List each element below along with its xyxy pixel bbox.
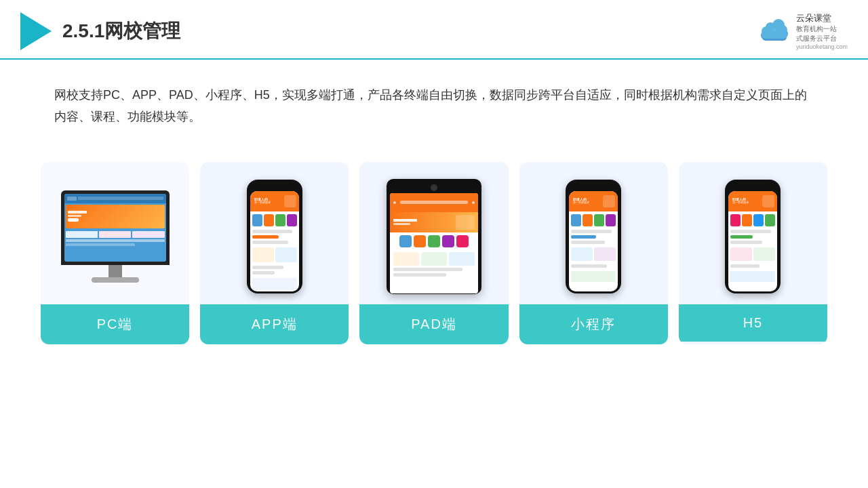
card-image-app: 职道人的 第一堂刷题课 <box>200 162 349 304</box>
card-image-pad <box>359 162 508 304</box>
logo-brand-name: 云朵课堂 <box>796 12 848 24</box>
description-paragraph: 网校支持PC、APP、PAD、小程序、H5，实现多端打通，产品各终端自由切换，数… <box>54 84 814 128</box>
h5-phone-icon: 职道人的 第一堂刷题课 <box>725 180 781 293</box>
card-label-pc: PC端 <box>41 304 189 344</box>
logo-tagline: 教育机构一站 式服务云平台 <box>796 24 848 43</box>
app-phone-icon: 职道人的 第一堂刷题课 <box>247 180 302 293</box>
card-pc: PC端 <box>41 162 189 344</box>
card-miniprogram: 职道人的 第一堂刷题课 <box>519 162 668 344</box>
logo-text-block: 云朵课堂 教育机构一站 式服务云平台 yunduoketang.com <box>796 12 848 50</box>
card-image-miniprogram: 职道人的 第一堂刷题课 <box>519 162 668 304</box>
card-label-pad: PAD端 <box>359 304 508 344</box>
miniprogram-phone-icon: 职道人的 第一堂刷题课 <box>566 180 621 293</box>
card-label-h5: H5 <box>679 304 827 342</box>
cards-section: PC端 职道人的 第一堂刷题课 <box>0 148 868 365</box>
pc-monitor-icon <box>61 190 170 283</box>
logo-url: yunduoketang.com <box>796 43 848 50</box>
brand-triangle-icon <box>20 12 52 50</box>
card-pad: PAD端 <box>359 162 508 344</box>
svg-rect-12 <box>762 30 787 39</box>
page-title: 2.5.1网校管理 <box>62 18 180 44</box>
header: 2.5.1网校管理 <box>0 0 868 60</box>
card-label-app: APP端 <box>200 304 349 344</box>
cloud-icon <box>757 19 792 43</box>
logo-tagline-1: 教育机构一站 <box>796 24 848 34</box>
description-text: 网校支持PC、APP、PAD、小程序、H5，实现多端打通，产品各终端自由切换，数… <box>0 60 868 142</box>
card-image-h5: 职道人的 第一堂刷题课 <box>679 162 827 304</box>
card-label-miniprogram: 小程序 <box>519 304 668 344</box>
pad-tablet-icon <box>387 179 481 294</box>
header-right: 云朵课堂 教育机构一站 式服务云平台 yunduoketang.com <box>757 12 848 50</box>
card-app: 职道人的 第一堂刷题课 <box>200 162 349 344</box>
card-image-pc <box>41 162 189 304</box>
card-h5: 职道人的 第一堂刷题课 <box>679 162 827 344</box>
cloud-logo: 云朵课堂 教育机构一站 式服务云平台 yunduoketang.com <box>757 12 848 50</box>
header-left: 2.5.1网校管理 <box>20 12 180 50</box>
logo-tagline-2: 式服务云平台 <box>796 34 848 43</box>
